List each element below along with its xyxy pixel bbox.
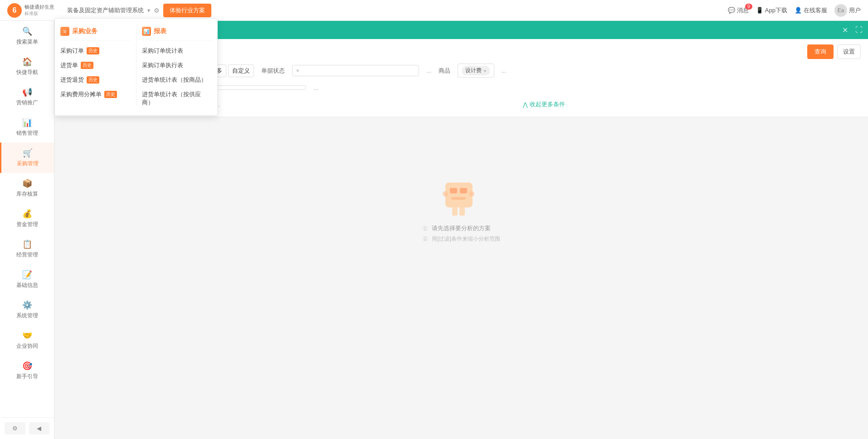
order-status-control[interactable]: ▾: [292, 65, 419, 76]
sidebar-label-finance: 资金管理: [16, 221, 38, 228]
sidebar-item-search[interactable]: 🔍 搜索菜单: [0, 21, 54, 51]
dropdown-item-goods-return[interactable]: 进货退货 历史: [60, 73, 131, 87]
reports-header-icon: 📊: [142, 27, 151, 36]
collapse-label: 收起更多条件: [530, 100, 565, 109]
order-status-dots[interactable]: ...: [426, 67, 431, 74]
goods-label: 商品: [439, 67, 450, 75]
sidebar-label-basic-info: 基础信息: [16, 281, 38, 289]
dropdown-columns: ≡ 采购业务 采购订单 历史 进货单 历史 进货退货 历史 采购费用分摊单 历史: [55, 24, 217, 110]
tab-expand-icon[interactable]: ⛶: [853, 24, 864, 36]
cooperation-icon: 🤝: [22, 330, 32, 340]
sidebar-label-cooperation: 企业协同: [16, 342, 38, 350]
finance-icon: 💰: [22, 209, 32, 219]
sidebar-label-procurement: 采购管理: [17, 160, 39, 168]
goods-tag: 设计费 ×: [462, 66, 490, 75]
sidebar-item-marketing[interactable]: 📢 营销推广: [0, 82, 54, 112]
sidebar-item-basic-info[interactable]: 📝 基础信息: [0, 264, 54, 295]
message-badge: 9: [745, 4, 752, 10]
message-item[interactable]: 💬 消息 9: [728, 6, 749, 15]
sidebar-item-guide[interactable]: 🎯 新手引导: [0, 355, 54, 386]
search-icon: 🔍: [22, 26, 32, 36]
sidebar: 🔍 搜索菜单 🏠 快捷导航 📢 营销推广 📊 销售管理 🛒 采购管理 📦 库存核…: [0, 21, 54, 439]
purchase-expense-label: 采购费用分摊单: [60, 90, 102, 99]
goods-tag-close[interactable]: ×: [483, 68, 486, 74]
sidebar-item-sales[interactable]: 📊 销售管理: [0, 112, 54, 143]
phone-icon: 📱: [756, 7, 763, 14]
system-title-area: 装备及固定资产辅助管理系统 ▾ ⚙ 体验行业方案: [62, 4, 728, 17]
history-badge-1: 历史: [81, 62, 93, 69]
purchase-order-stats-label: 采购订单统计表: [142, 47, 183, 55]
dropdown-purchase-col: ≡ 采购业务 采购订单 历史 进货单 历史 进货退货 历史 采购费用分摊单 历史: [55, 24, 136, 110]
sidebar-item-finance[interactable]: 💰 资金管理: [0, 203, 54, 234]
collapse-button[interactable]: ⋀ 收起更多条件: [523, 98, 565, 111]
sidebar-label-system: 系统管理: [16, 312, 38, 320]
logo-title: 畅捷通好生意: [24, 4, 54, 10]
collapse-up-icon: ⋀: [523, 101, 528, 108]
purchase-order-exec-label: 采购订单执行表: [142, 61, 183, 69]
dropdown-item-goods-by-product[interactable]: 进货单统计表（按商品）: [142, 73, 212, 87]
svg-rect-6: [452, 207, 458, 216]
procurement-icon: 🛒: [23, 148, 33, 158]
dropdown-arrow-icon[interactable]: ▾: [147, 7, 150, 14]
date-custom-btn[interactable]: 自定义: [228, 64, 254, 77]
goods-by-product-label: 进货单统计表（按商品）: [142, 76, 207, 84]
history-badge-3: 历史: [104, 91, 117, 98]
inventory-icon: 📦: [22, 178, 32, 188]
logo-icon: 6: [7, 3, 22, 18]
logo-area: 6 畅捷通好生意 标准版: [7, 3, 62, 18]
history-badge-0: 历史: [87, 47, 99, 54]
sidebar-item-system[interactable]: ⚙️ 系统管理: [0, 295, 54, 325]
sidebar-collapse-btn[interactable]: ◀: [29, 422, 50, 434]
dropdown-purchase-title: 采购业务: [72, 27, 98, 35]
svg-point-4: [443, 191, 448, 197]
sidebar-item-operations[interactable]: 📋 经营管理: [0, 234, 54, 264]
sidebar-label-search: 搜索菜单: [16, 38, 38, 46]
goods-dots[interactable]: ...: [502, 67, 507, 74]
svg-rect-2: [460, 188, 467, 193]
sidebar-item-cooperation[interactable]: 🤝 企业协同: [0, 325, 54, 355]
marketing-icon: 📢: [22, 87, 32, 97]
purchase-header-icon: ≡: [60, 27, 69, 36]
app-download-label: App下载: [765, 6, 787, 15]
dropdown-reports-header: 📊 报表: [142, 24, 212, 41]
sidebar-item-procurement[interactable]: 🛒 采购管理: [0, 143, 54, 173]
goods-control[interactable]: 设计费 ×: [458, 64, 494, 78]
sidebar-label-inventory: 库存核算: [16, 190, 38, 198]
sidebar-item-quick-nav[interactable]: 🏠 快捷导航: [0, 51, 54, 82]
online-service-label: 在线客服: [804, 6, 827, 15]
dropdown-item-goods-by-supplier[interactable]: 进货单统计表（按供应商）: [142, 87, 212, 110]
dropdown-item-goods-receipt[interactable]: 进货单 历史: [60, 58, 131, 73]
empty-hint-2: 用[过滤]条件来缩小分析范围: [432, 235, 500, 243]
guide-icon: 🎯: [22, 361, 32, 371]
app-download-item[interactable]: 📱 App下载: [756, 6, 787, 15]
empty-robot-svg: [434, 173, 488, 219]
settings-icon[interactable]: ⚙: [154, 7, 160, 14]
dropdown-reports-title: 报表: [154, 27, 166, 35]
online-service-item[interactable]: 👤 在线客服: [795, 6, 827, 15]
query-button[interactable]: 查询: [807, 44, 834, 59]
sidebar-item-inventory[interactable]: 📦 库存核算: [0, 173, 54, 203]
service-icon: 👤: [795, 7, 802, 14]
sidebar-settings-btn[interactable]: ⚙: [5, 422, 25, 434]
user-label: 用户: [849, 6, 861, 15]
user-item[interactable]: Ea 用户: [834, 4, 861, 17]
trial-button[interactable]: 体验行业方案: [163, 4, 211, 17]
salesperson-dots[interactable]: ...: [313, 84, 318, 91]
message-icon: 💬: [728, 7, 735, 14]
dropdown-item-purchase-order[interactable]: 采购订单 历史: [60, 44, 131, 58]
sidebar-label-marketing: 营销推广: [16, 99, 38, 107]
goods-return-label: 进货退货: [60, 76, 84, 84]
dropdown-item-purchase-order-stats[interactable]: 采购订单统计表: [142, 44, 212, 58]
tab-close-all-icon[interactable]: ✕: [840, 24, 850, 36]
dropdown-item-purchase-expense[interactable]: 采购费用分摊单 历史: [60, 87, 131, 102]
goods-receipt-label: 进货单: [60, 61, 78, 69]
basic-info-icon: 📝: [22, 270, 32, 280]
svg-point-5: [469, 191, 474, 197]
dropdown-item-purchase-order-exec[interactable]: 采购订单执行表: [142, 58, 212, 73]
history-badge-2: 历史: [87, 76, 99, 84]
header-right: 💬 消息 9 📱 App下载 👤 在线客服 Ea 用户: [728, 4, 861, 17]
settings-button[interactable]: 设置: [837, 44, 861, 59]
svg-rect-0: [445, 183, 473, 207]
sidebar-label-operations: 经营管理: [16, 251, 38, 259]
order-status-label: 单据状态: [261, 67, 285, 75]
